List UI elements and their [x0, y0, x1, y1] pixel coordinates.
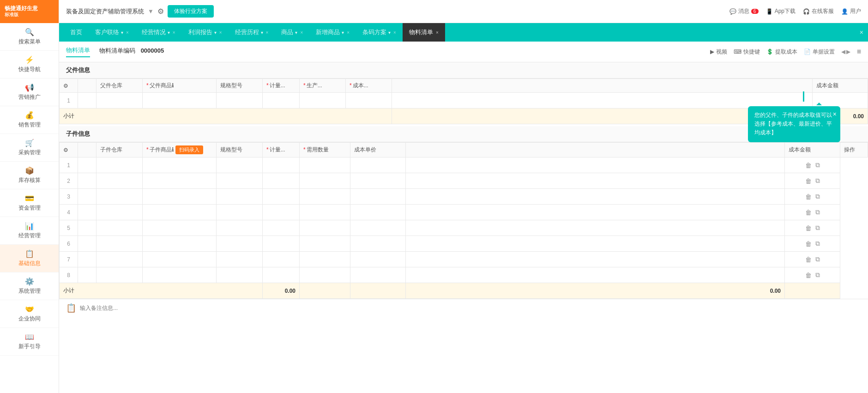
sidebar-item-guide[interactable]: 📖 新手引导: [0, 328, 59, 356]
tab-newgoods-close[interactable]: ×: [347, 30, 350, 35]
child-row2-warehouse[interactable]: [78, 173, 96, 189]
child-row2-unit-cost[interactable]: [300, 173, 350, 189]
tab-home[interactable]: 首页: [64, 23, 89, 42]
child-row5-spec[interactable]: [143, 220, 217, 236]
child-row3-warehouse[interactable]: [78, 189, 96, 205]
sidebar-item-sales[interactable]: 💰 销售管理: [0, 106, 59, 134]
delete-icon[interactable]: 🗑: [805, 162, 812, 169]
child-row1-warehouse[interactable]: [78, 157, 96, 173]
tab-customer[interactable]: 客户联络▾×: [89, 23, 135, 42]
subtab-bom[interactable]: 物料清单: [66, 46, 90, 57]
child-row8-unit[interactable]: [217, 267, 263, 283]
view-toggle-icon[interactable]: ≡: [857, 48, 861, 56]
sidebar-item-quicknav[interactable]: ⚡ 快捷导航: [0, 51, 59, 79]
tab-goods[interactable]: 商品▾×: [275, 23, 309, 42]
copy-icon[interactable]: ⧉: [815, 193, 820, 200]
child-row5-unit[interactable]: [217, 220, 263, 236]
next-arrow[interactable]: ▶: [846, 48, 850, 55]
extract-cost-btn[interactable]: 💲 提取成本: [766, 48, 797, 56]
child-row4-unit[interactable]: [217, 205, 263, 220]
copy-icon[interactable]: ⧉: [815, 208, 820, 216]
copy-icon[interactable]: ⧉: [815, 161, 820, 169]
sidebar-item-system[interactable]: ⚙️ 系统管理: [0, 272, 59, 300]
child-row3-spec[interactable]: [143, 189, 217, 205]
delete-icon[interactable]: 🗑: [805, 177, 812, 185]
parent-row-prod[interactable]: [300, 93, 346, 109]
child-row4-qty[interactable]: [263, 205, 300, 220]
child-row6-unit[interactable]: [217, 236, 263, 252]
child-row8-product[interactable]: [96, 267, 143, 283]
sidebar-item-inventory[interactable]: 📦 库存核算: [0, 162, 59, 189]
tab-bom[interactable]: 物料清单×: [403, 23, 445, 42]
child-row1-unit[interactable]: [217, 157, 263, 173]
sidebar-item-enterprise[interactable]: 🤝 企业协同: [0, 300, 59, 328]
copy-icon[interactable]: ⧉: [815, 271, 820, 279]
copy-icon[interactable]: ⧉: [815, 255, 820, 263]
parent-row-unit[interactable]: [263, 93, 300, 109]
child-row7-qty[interactable]: [263, 252, 300, 267]
delete-icon[interactable]: 🗑: [805, 272, 812, 279]
child-row6-qty[interactable]: [263, 236, 300, 252]
child-row7-product[interactable]: [96, 252, 143, 267]
child-row1-product[interactable]: [96, 157, 143, 173]
child-row4-unit-cost[interactable]: [300, 205, 350, 220]
child-row8-qty[interactable]: [263, 267, 300, 283]
sidebar-item-purchase[interactable]: 🛒 采购管理: [0, 134, 59, 162]
child-row1-unit-cost[interactable]: [300, 157, 350, 173]
tab-barcode[interactable]: 条码方案▾×: [356, 23, 403, 42]
tab-profit-close[interactable]: ×: [219, 30, 222, 35]
child-row2-unit[interactable]: [217, 173, 263, 189]
delete-icon[interactable]: 🗑: [805, 224, 812, 232]
parent-row-product[interactable]: [143, 93, 217, 109]
tab-history-close[interactable]: ×: [266, 30, 269, 35]
delete-icon[interactable]: 🗑: [805, 256, 812, 263]
tab-profit[interactable]: 利润报告▾×: [182, 23, 229, 42]
child-row7-warehouse[interactable]: [78, 252, 96, 267]
doc-settings-btn[interactable]: 📄 单据设置: [804, 48, 835, 56]
child-row4-warehouse[interactable]: [78, 205, 96, 220]
child-row6-unit-cost[interactable]: [300, 236, 350, 252]
child-row6-warehouse[interactable]: [78, 236, 96, 252]
tooltip-close-btn[interactable]: ×: [833, 109, 837, 119]
note-input[interactable]: [80, 305, 861, 311]
child-row8-spec[interactable]: [143, 267, 217, 283]
tab-operation-close[interactable]: ×: [173, 30, 175, 35]
child-row7-unit[interactable]: [217, 252, 263, 267]
child-row3-unit-cost[interactable]: [300, 189, 350, 205]
parent-row-spec[interactable]: [217, 93, 263, 109]
child-row4-spec[interactable]: [143, 205, 217, 220]
child-row5-product[interactable]: [96, 220, 143, 236]
experience-btn[interactable]: 体验行业方案: [168, 5, 214, 18]
sidebar-item-management[interactable]: 📊 经营管理: [0, 217, 59, 245]
sidebar-item-basics[interactable]: 📋 基础信息: [0, 245, 59, 272]
scan-btn[interactable]: 扫码录入: [175, 145, 203, 154]
child-row1-qty[interactable]: [263, 157, 300, 173]
parent-row-warehouse[interactable]: [96, 93, 143, 109]
child-row7-spec[interactable]: [143, 252, 217, 267]
app-download-btn[interactable]: 📱 App下载: [766, 7, 796, 15]
child-row6-product[interactable]: [96, 236, 143, 252]
video-btn[interactable]: ▶ 视频: [710, 48, 727, 56]
child-row5-qty[interactable]: [263, 220, 300, 236]
child-row6-spec[interactable]: [143, 236, 217, 252]
child-row2-qty[interactable]: [263, 173, 300, 189]
copy-icon[interactable]: ⧉: [815, 224, 820, 232]
child-row4-product[interactable]: [96, 205, 143, 220]
tab-barcode-close[interactable]: ×: [393, 30, 396, 35]
child-row7-unit-cost[interactable]: [300, 252, 350, 267]
subtab-code-label[interactable]: 物料清单编码: [99, 47, 135, 54]
delete-icon[interactable]: 🗑: [805, 193, 812, 200]
child-row2-product[interactable]: [96, 173, 143, 189]
copy-icon[interactable]: ⧉: [815, 177, 820, 185]
messages-btn[interactable]: 💬 消息 6: [729, 7, 759, 15]
shortcut-btn[interactable]: ⌨ 快捷键: [734, 48, 760, 56]
child-row8-warehouse[interactable]: [78, 267, 96, 283]
child-row3-product[interactable]: [96, 189, 143, 205]
system-dropdown-icon[interactable]: ▼: [148, 8, 154, 15]
parent-row-cost[interactable]: [346, 93, 392, 109]
sidebar-item-marketing[interactable]: 📢 营销推广: [0, 79, 59, 106]
child-row5-warehouse[interactable]: [78, 220, 96, 236]
delete-icon[interactable]: 🗑: [805, 209, 812, 216]
child-row3-unit[interactable]: [217, 189, 263, 205]
user-btn[interactable]: 👤 用户: [841, 7, 861, 15]
